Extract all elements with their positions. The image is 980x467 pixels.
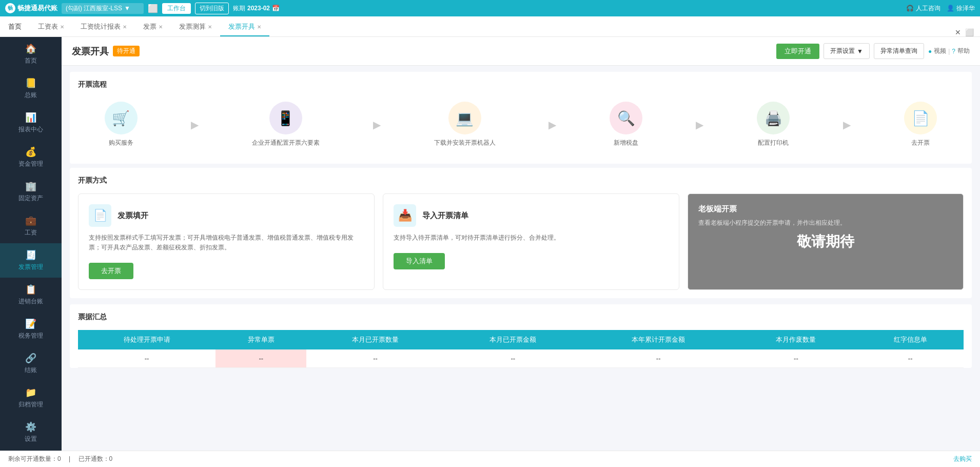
summary-table-header-row: 待处理开票申请 异常单票 本月已开票数量 本月已开票金额 本年累计开票金额 本月… xyxy=(78,330,964,349)
flow-icon-buy: 🛒 xyxy=(105,102,138,134)
summary-table: 待处理开票申请 异常单票 本月已开票数量 本月已开票金额 本年累计开票金额 本月… xyxy=(78,330,964,368)
open-settings-button[interactable]: 开票设置 ▼ xyxy=(824,43,870,59)
download-icon: 💻 xyxy=(456,110,474,127)
header-actions: 立即开通 开票设置 ▼ 异常清单查询 ● 视频 | ? 帮助 xyxy=(776,43,970,59)
buy-icon: 🛒 xyxy=(112,110,130,127)
sidebar-item-settings[interactable]: ⚙️ 设置 xyxy=(0,415,62,450)
flow-icon-invoice: 📄 xyxy=(904,102,937,134)
method-card-import-header: 📥 导入开票清单 xyxy=(394,204,669,227)
content-area: 发票开具 待开通 立即开通 开票设置 ▼ 异常清单查询 ● 视频 | ? 帮助 xyxy=(62,37,980,451)
period-area: 账期 2023-02 📅 xyxy=(233,4,280,13)
tab-salary-report-close[interactable]: ✕ xyxy=(123,24,127,30)
sidebar: 🏠 首页 📒 总账 📊 报表中心 💰 资金管理 🏢 固定资产 💼 工资 🧾 发票… xyxy=(0,37,62,451)
old-terminal-desc: 查看老板端小程序提交的开票申请，并作出相应处理。 xyxy=(698,218,953,228)
old-version-button[interactable]: 切到旧版 xyxy=(195,3,229,14)
col-pending: 待处理开票申请 xyxy=(78,330,215,349)
flow-step-download: 💻 下载并安装开票机器人 xyxy=(434,102,496,147)
sidebar-item-home[interactable]: 🏠 首页 xyxy=(0,37,62,71)
chevron-down-icon: ▼ xyxy=(124,5,130,12)
tab-home[interactable]: 首页 xyxy=(0,18,30,36)
abnormal-query-button[interactable]: 异常清单查询 xyxy=(874,43,924,59)
flow-step-printer: 🖨️ 配置打印机 xyxy=(757,102,790,147)
printer-icon: 🖨️ xyxy=(765,110,782,127)
method-card-import-desc: 支持导入待开票清单，可对待开票清单进行拆分、合并处理。 xyxy=(394,233,669,243)
tab-invoice-calc-close[interactable]: ✕ xyxy=(208,24,212,30)
buy-link[interactable]: 去购买 xyxy=(953,455,972,463)
page-header: 发票开具 待开通 立即开通 开票设置 ▼ 异常清单查询 ● 视频 | ? 帮助 xyxy=(62,37,980,66)
avatar-icon: 👤 xyxy=(947,5,954,12)
method-card-manual-header: 📄 发票填开 xyxy=(89,204,364,227)
sidebar-item-tax-mgmt[interactable]: 📝 税务管理 xyxy=(0,312,62,346)
window-restore-button[interactable]: ⬜ xyxy=(965,28,974,36)
flow-arrow-2: ▶ xyxy=(373,119,381,131)
flow-section-title: 开票流程 xyxy=(78,80,964,89)
cell-yearly-amount: -- xyxy=(582,349,735,368)
main-layout: 🏠 首页 📒 总账 📊 报表中心 💰 资金管理 🏢 固定资产 💼 工资 🧾 发票… xyxy=(0,37,980,451)
archive-icon: 📁 xyxy=(25,387,36,398)
tab-invoice-tool[interactable]: 发票开具 ✕ xyxy=(220,18,269,36)
sidebar-item-salary[interactable]: 💼 工资 xyxy=(0,209,62,243)
support-button[interactable]: 🎧 人工咨询 xyxy=(906,4,940,13)
workbench-button[interactable]: 工作台 xyxy=(162,3,191,14)
method-section: 开票方式 📄 发票填开 支持按照发票样式手工填写开发票；可开具增值税电子普通发票… xyxy=(70,168,972,298)
method-card-import: 📥 导入开票清单 支持导入待开票清单，可对待开票清单进行拆分、合并处理。 导入清… xyxy=(383,193,679,290)
flow-icon-tax: 🔍 xyxy=(610,102,642,134)
home-icon: 🏠 xyxy=(25,43,36,54)
settlement-icon: 🔗 xyxy=(25,353,36,364)
sidebar-item-reports[interactable]: 📊 报表中心 xyxy=(0,106,62,140)
tabs-window-controls: ✕ ⬜ xyxy=(955,26,980,36)
circle-icon: ● xyxy=(928,48,932,55)
flow-section: 开票流程 🛒 购买服务 ▶ 📱 企业开通配置开票六要素 ▶ xyxy=(70,72,972,164)
method-icon-import: 📥 xyxy=(394,204,416,227)
flow-steps: 🛒 购买服务 ▶ 📱 企业开通配置开票六要素 ▶ 💻 下载并安装开票机器 xyxy=(78,98,964,155)
sidebar-item-settlement[interactable]: 🔗 结账 xyxy=(0,346,62,381)
tab-salary[interactable]: 工资表 ✕ xyxy=(30,18,72,36)
config-icon: 📱 xyxy=(277,110,295,127)
top-bar-right: 🎧 人工咨询 👤 徐泽华 xyxy=(906,4,975,13)
flow-arrow-5: ▶ xyxy=(843,119,851,131)
window-close-button[interactable]: ✕ xyxy=(955,28,961,36)
top-bar-left: 畅 畅捷通易代账 (勾副) 江西服室-LSS ▼ ⬜ 工作台 切到旧版 账期 2… xyxy=(5,3,280,14)
method-card-old-terminal: 老板端开票 查看老板端小程序提交的开票申请，并作出相应处理。 敬请期待 xyxy=(688,193,964,290)
bottom-bar: 剩余可开通数量：0 | 已开通数：0 去购买 xyxy=(0,451,980,467)
calendar-icon[interactable]: 📅 xyxy=(272,5,280,12)
page-title-row: 发票开具 待开通 xyxy=(72,45,140,57)
method-card-import-title: 导入开票清单 xyxy=(422,211,468,221)
invoice-mgmt-icon: 🧾 xyxy=(25,249,36,261)
cell-void-count: -- xyxy=(735,349,857,368)
top-bar: 畅 畅捷通易代账 (勾副) 江西服室-LSS ▼ ⬜ 工作台 切到旧版 账期 2… xyxy=(0,0,980,16)
reports-icon: 📊 xyxy=(25,112,36,123)
flow-arrow-4: ▶ xyxy=(696,119,703,131)
flow-step-config: 📱 企业开通配置开票六要素 xyxy=(252,102,320,147)
settings-icon: ⚙️ xyxy=(25,421,36,433)
cell-monthly-count: -- xyxy=(306,349,444,368)
tab-invoice-tool-close[interactable]: ✕ xyxy=(257,24,261,30)
question-icon: ? xyxy=(952,48,955,55)
flow-label-tax: 新增税盘 xyxy=(614,139,638,147)
flow-label-buy: 购买服务 xyxy=(109,139,133,147)
col-monthly-amount: 本月已开票金额 xyxy=(444,330,582,349)
tab-salary-report[interactable]: 工资统计报表 ✕ xyxy=(72,18,135,36)
sidebar-item-assets[interactable]: 🏢 固定资产 xyxy=(0,174,62,209)
tab-salary-close[interactable]: ✕ xyxy=(60,24,64,30)
tab-invoice[interactable]: 发票 ✕ xyxy=(135,18,171,36)
tab-invoice-calc[interactable]: 发票测算 ✕ xyxy=(171,18,220,36)
sidebar-item-ledger[interactable]: 📒 总账 xyxy=(0,71,62,106)
company-selector[interactable]: (勾副) 江西服室-LSS ▼ xyxy=(62,3,144,14)
tab-invoice-close[interactable]: ✕ xyxy=(159,24,163,30)
flow-arrow-3: ▶ xyxy=(548,119,556,131)
salary-icon: 💼 xyxy=(25,215,36,226)
user-profile[interactable]: 👤 徐泽华 xyxy=(947,4,975,13)
open-now-button[interactable]: 立即开通 xyxy=(776,44,819,59)
tab-bar: 首页 工资表 ✕ 工资统计报表 ✕ 发票 ✕ 发票测算 ✕ 发票开具 ✕ ✕ ⬜ xyxy=(0,16,980,37)
copy-icon[interactable]: ⬜ xyxy=(148,4,158,13)
go-invoice-button[interactable]: 去开票 xyxy=(89,263,133,279)
cell-abnormal: -- xyxy=(215,349,306,368)
old-terminal-title: 老板端开票 xyxy=(698,204,953,214)
sidebar-item-archive[interactable]: 📁 归档管理 xyxy=(0,381,62,415)
sidebar-item-funds[interactable]: 💰 资金管理 xyxy=(0,140,62,174)
sidebar-item-purchase-sales[interactable]: 📋 进销台账 xyxy=(0,278,62,312)
import-list-button[interactable]: 导入清单 xyxy=(394,253,445,269)
page-title: 发票开具 xyxy=(72,45,109,57)
sidebar-item-invoice-mgmt[interactable]: 🧾 发票管理 xyxy=(0,243,62,278)
